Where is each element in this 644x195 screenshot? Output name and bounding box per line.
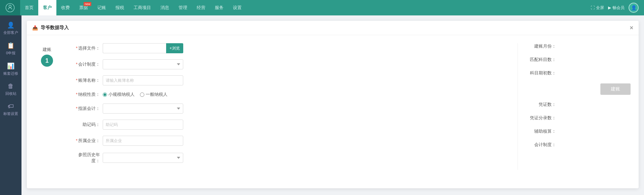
step-circle: 1 — [41, 55, 53, 67]
form-row-history: 参照历史年度： — [72, 152, 512, 164]
radio-general-taxpayer[interactable]: 一般纳税人 — [140, 91, 167, 97]
info-row-subjects: 匹配科目数： — [526, 57, 631, 63]
accountant-select[interactable] — [103, 104, 183, 114]
form-row-tax: *纳税性质： 小规模纳税人 一般纳税人 — [72, 91, 512, 97]
nav-item-ledger[interactable]: 记账 — [93, 0, 111, 15]
svg-point-1 — [9, 5, 11, 7]
nav-item-business[interactable]: 工商项目 — [129, 0, 156, 15]
nav-item-customer[interactable]: 客户 — [38, 0, 56, 15]
sidebar-item-migrate[interactable]: 📊 账套迁移 — [0, 59, 21, 79]
form-row-file: *选择文件： +浏览 — [72, 43, 512, 53]
build-account-button[interactable]: 建账 — [600, 83, 631, 95]
history-label: 参照历史年度： — [72, 152, 103, 164]
memo-label: 助记码： — [72, 122, 103, 128]
vip-icon: ▶ — [608, 5, 611, 10]
dialog-panel: 📥 导爷数据导入 × 建账 1 *选择文件： — [27, 21, 639, 188]
accounting-label: *会计制度： — [72, 61, 103, 67]
sidebar-item-recycle[interactable]: 🗑 回收站 — [0, 79, 21, 100]
info-row-voucher: 凭证数： — [526, 102, 631, 108]
avatar[interactable]: 👤 — [629, 3, 639, 13]
info-row-auxiliary: 辅助核算： — [526, 128, 631, 134]
right-panel: 建账月份： 匹配科目数： 科目期初数： 建账 — [518, 43, 639, 170]
info-row-month: 建账月份： — [526, 43, 631, 49]
company-label: *所属企业： — [72, 138, 103, 144]
nav-item-fee[interactable]: 收费 — [56, 0, 75, 15]
form-row-memo: 助记码： — [72, 120, 512, 130]
form-row-company: *所属企业： — [72, 136, 512, 146]
step-area: 建账 1 — [27, 43, 67, 170]
main-layout: 👤 全部客户 📋 0申报 📊 账套迁移 🗑 回收站 🏷 标签设置 📥 — [0, 15, 644, 195]
step-label: 建账 — [43, 47, 51, 53]
nav-item-service[interactable]: 服务 — [210, 0, 228, 15]
close-button[interactable]: × — [630, 25, 633, 31]
recycle-icon: 🗑 — [8, 83, 14, 90]
fullscreen-btn[interactable]: ⛶ 全屏 — [591, 5, 604, 11]
file-input[interactable] — [103, 43, 166, 53]
import-icon: 📥 — [32, 25, 38, 30]
build-btn-wrapper: 建账 — [526, 83, 631, 95]
info-section: 建账月份： 匹配科目数： 科目期初数： 建账 — [526, 43, 631, 170]
sidebar-item-all-customers[interactable]: 👤 全部客户 — [0, 18, 21, 39]
nav-item-operation[interactable]: 经营 — [192, 0, 210, 15]
sidebar: 👤 全部客户 📋 0申报 📊 账套迁移 🗑 回收站 🏷 标签设置 — [0, 15, 21, 195]
vip-btn[interactable]: ▶ 畅会员 — [608, 5, 625, 11]
dialog-header-left: 📥 导爷数据导入 — [32, 25, 69, 31]
form-row-accountant: *指派会计： — [72, 104, 512, 114]
nav-item-message[interactable]: 消息 — [156, 0, 174, 15]
logo — [0, 0, 20, 15]
ledger-name-input[interactable] — [103, 75, 183, 85]
dialog-title: 导爷数据导入 — [41, 25, 69, 31]
nav-items: 首页 客户 收费 票据 new 记账 报税 工商项目 消息 管理 经营 服务 设… — [20, 0, 591, 15]
nav-item-invoice[interactable]: 票据 new — [75, 0, 93, 15]
form-row-accounting: *会计制度： — [72, 59, 512, 69]
tag-icon: 🏷 — [8, 103, 14, 110]
form-row-ledger: *账簿名称： — [72, 75, 512, 85]
file-input-group: +浏览 — [103, 43, 183, 53]
tax-radio-group: 小规模纳税人 一般纳税人 — [103, 91, 512, 97]
browse-button[interactable]: +浏览 — [166, 43, 183, 53]
dialog-header: 📥 导爷数据导入 × — [27, 21, 639, 35]
form-area: *选择文件： +浏览 *会计制度： — [67, 43, 518, 170]
declare-icon: 📋 — [7, 42, 14, 49]
content-area: 📥 导爷数据导入 × 建账 1 *选择文件： — [21, 15, 644, 195]
dialog-body: 建账 1 *选择文件： +浏览 — [27, 35, 639, 178]
ledger-label: *账簿名称： — [72, 77, 103, 83]
nav-item-home[interactable]: 首页 — [20, 0, 38, 15]
nav-item-tax[interactable]: 报税 — [111, 0, 129, 15]
migrate-icon: 📊 — [7, 62, 14, 70]
info-row-voucher-entries: 凭证分录数： — [526, 115, 631, 121]
info-row-accounting-system: 会计制度： — [526, 142, 631, 148]
history-year-select[interactable] — [103, 153, 183, 163]
nav-item-settings[interactable]: 设置 — [228, 0, 246, 15]
nav-item-manage[interactable]: 管理 — [174, 0, 192, 15]
company-input[interactable] — [103, 136, 183, 146]
tax-label: *纳税性质： — [72, 91, 103, 97]
file-label: *选择文件： — [72, 45, 103, 51]
info-row-initial: 科目期初数： — [526, 70, 631, 76]
sidebar-item-tags[interactable]: 🏷 标签设置 — [0, 100, 21, 120]
new-badge: new — [84, 2, 91, 6]
top-nav: 首页 客户 收费 票据 new 记账 报税 工商项目 消息 管理 经营 服务 设… — [0, 0, 644, 15]
fullscreen-icon: ⛶ — [591, 5, 595, 10]
accountant-label: *指派会计： — [72, 106, 103, 112]
radio-small-taxpayer[interactable]: 小规模纳税人 — [103, 91, 135, 97]
memo-code-input[interactable] — [103, 120, 183, 130]
nav-right: ⛶ 全屏 ▶ 畅会员 👤 — [591, 3, 644, 13]
customer-icon: 👤 — [7, 21, 14, 29]
accounting-system-select[interactable] — [103, 59, 183, 69]
sidebar-item-zero-declare[interactable]: 📋 0申报 — [0, 39, 21, 59]
